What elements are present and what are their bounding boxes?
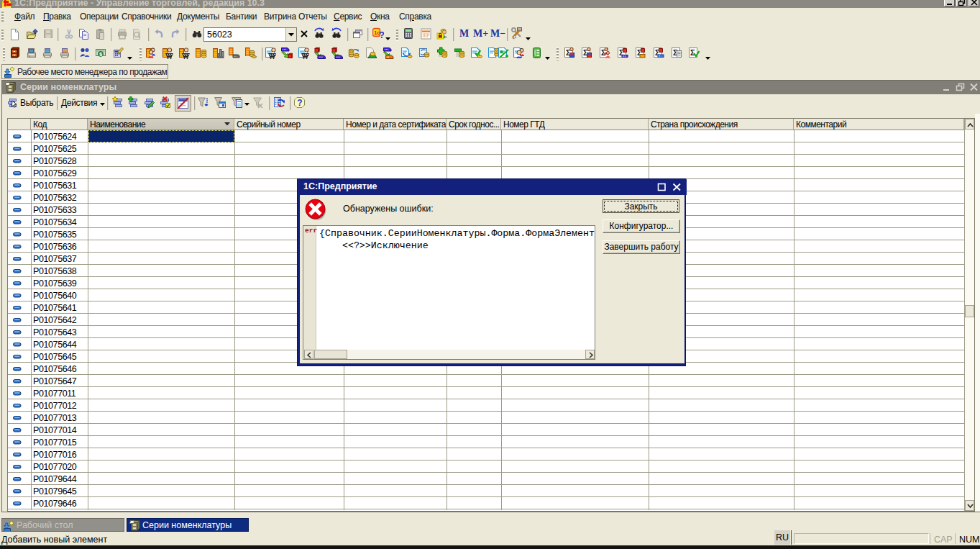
svg-text:$: $ (99, 52, 102, 58)
svg-text:Σ: Σ (690, 48, 695, 57)
svg-text:?: ? (379, 30, 384, 40)
